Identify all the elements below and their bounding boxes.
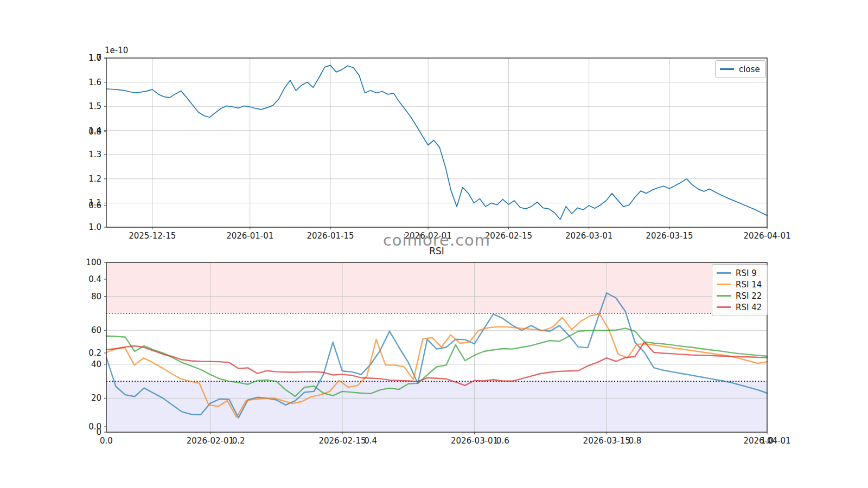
rsi-legend: RSI 9 RSI 14 RSI 22 RSI 42 <box>712 264 768 316</box>
close-line <box>106 65 767 219</box>
axes-spines <box>106 58 767 227</box>
overlay-x-tick-label: 0.8 <box>628 436 641 446</box>
y-tick-label: 1.2 <box>88 174 101 184</box>
x-tick-label: 2026-02-01 <box>187 436 234 446</box>
legend-label: RSI 42 <box>736 303 762 312</box>
legend-label: RSI 9 <box>736 268 757 278</box>
overlay-y-tick-label: 1.0 <box>88 53 101 63</box>
rsi-9-swatch <box>717 272 731 274</box>
overlay-y-tick-label: 0.6 <box>88 201 101 210</box>
y-tick-label: 1.6 <box>88 78 101 87</box>
rsi-22-swatch <box>717 295 731 297</box>
y-tick-label: 1.0 <box>88 222 101 232</box>
legend-label: RSI 22 <box>736 291 762 301</box>
legend-item-rsi9: RSI 9 <box>717 267 762 279</box>
legend-item-rsi42: RSI 42 <box>717 301 762 313</box>
overlay-x-tick-label: 0.6 <box>496 436 509 446</box>
overbought-band <box>106 262 767 313</box>
y-tick-label: 40 <box>91 359 101 369</box>
watermark: coinlore.com <box>106 231 767 249</box>
y-axis-offset-label: 1e-10 <box>105 46 128 55</box>
legend-item-rsi22: RSI 22 <box>717 290 762 301</box>
x-tick-label: 2026-03-01 <box>451 436 498 446</box>
y-tick-label: 60 <box>91 325 101 335</box>
overlay-x-tick-label: 0.0 <box>100 436 113 446</box>
y-tick-label: 1.3 <box>88 150 101 159</box>
legend-label: RSI 14 <box>736 280 762 290</box>
overlay-y-tick-label: 0.0 <box>88 422 101 432</box>
legend-item-close: close <box>720 63 760 75</box>
legend-item-rsi14: RSI 14 <box>717 279 762 290</box>
overlay-y-tick-label: 0.4 <box>88 274 101 284</box>
rsi-14-swatch <box>717 284 731 285</box>
overlay-x-tick-label: 0.2 <box>232 436 245 446</box>
figure: 2025-12-152026-01-012026-01-152026-02-01… <box>0 0 868 488</box>
overlay-y-tick-label: 0.8 <box>88 127 101 137</box>
y-tick-label: 20 <box>91 393 101 403</box>
y-tick-label: 1.5 <box>88 101 101 111</box>
x-tick-label: 2026-03-15 <box>583 436 630 446</box>
overlay-y-tick-label: 0.2 <box>88 348 101 358</box>
close-line-swatch <box>720 68 734 70</box>
overlay-x-tick-label: 1.0 <box>761 436 774 446</box>
overlay-x-tick-label: 0.4 <box>364 436 377 446</box>
x-tick-label: 2026-02-15 <box>318 436 366 446</box>
price-legend: close <box>715 60 766 78</box>
rsi-42-swatch <box>717 306 731 308</box>
y-tick-label: 100 <box>86 258 101 267</box>
oversold-band <box>106 381 767 432</box>
y-tick-label: 80 <box>91 292 101 301</box>
legend-label: close <box>739 65 760 74</box>
